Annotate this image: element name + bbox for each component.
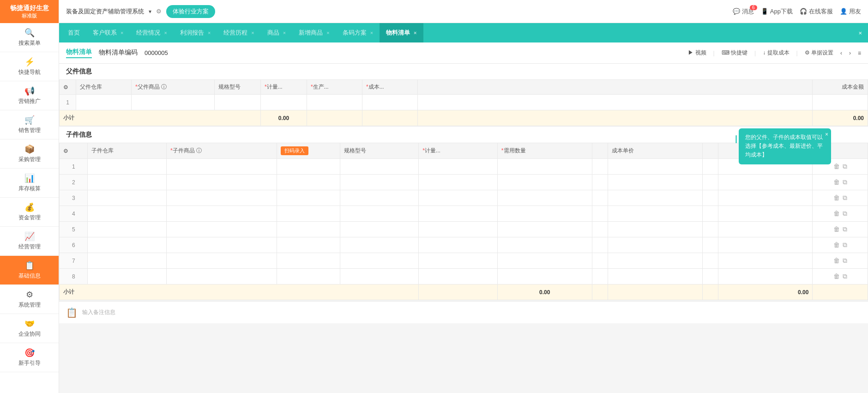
parent-warehouse-cell[interactable]	[76, 95, 132, 110]
system-dropdown-btn[interactable]: ▾	[149, 8, 151, 15]
doc-settings-action[interactable]: ⚙ 单据设置	[805, 49, 833, 57]
delete-icon[interactable]: 🗑	[833, 163, 840, 170]
parent-spec-cell[interactable]	[215, 95, 261, 110]
child-unit-cell[interactable]	[419, 175, 498, 190]
header-settings-icon[interactable]: ⚙	[156, 8, 162, 15]
sidebar-item-快捷导航[interactable]: ⚡快捷导航	[0, 52, 59, 81]
child-unit-cell[interactable]	[419, 159, 498, 175]
child-product-cell[interactable]	[167, 159, 277, 175]
nav-tab-商品[interactable]: 商品×	[261, 23, 292, 42]
child-product-cell[interactable]	[167, 175, 277, 190]
message-btn[interactable]: 💬 6 消息	[733, 7, 754, 16]
parent-col-settings[interactable]: ⚙	[60, 80, 76, 95]
child-spec-cell[interactable]	[340, 269, 419, 284]
child-qty-cell[interactable]	[497, 190, 592, 206]
copy-icon[interactable]: ⧉	[843, 163, 847, 170]
child-unit-cost-cell[interactable]	[608, 175, 702, 190]
child-spec-cell[interactable]	[340, 253, 419, 269]
child-unit-cell[interactable]	[419, 237, 498, 253]
nav-tab-利润报告[interactable]: 利润报告×	[174, 23, 217, 42]
child-warehouse-cell[interactable]	[88, 159, 167, 175]
parent-product-cell[interactable]	[132, 95, 215, 110]
nav-tabs-close-btn[interactable]: ×	[855, 30, 866, 36]
sidebar-item-销售管理[interactable]: 🛒销售管理	[0, 110, 59, 139]
child-unit-cell[interactable]	[419, 190, 498, 206]
child-product-cell[interactable]	[167, 222, 277, 237]
shortcut-action[interactable]: ⌨ 快捷键	[722, 49, 747, 57]
child-spec-cell[interactable]	[340, 175, 419, 190]
nav-tab-首页[interactable]: 首页	[61, 23, 86, 42]
nav-tab-close[interactable]: ×	[251, 30, 254, 36]
child-product-cell[interactable]	[167, 253, 277, 269]
scan-btn[interactable]: 扫码录入	[281, 146, 308, 155]
sidebar-item-企业协同[interactable]: 🤝企业协同	[0, 314, 59, 343]
copy-icon[interactable]: ⧉	[843, 257, 847, 265]
child-warehouse-cell[interactable]	[88, 175, 167, 190]
nav-tab-close[interactable]: ×	[164, 30, 167, 36]
child-spec-cell[interactable]	[340, 206, 419, 222]
child-qty-cell[interactable]	[497, 253, 592, 269]
delete-icon[interactable]: 🗑	[833, 225, 840, 233]
experience-btn[interactable]: 体验行业方案	[166, 5, 215, 18]
child-warehouse-cell[interactable]	[88, 269, 167, 284]
copy-icon[interactable]: ⧉	[843, 210, 847, 218]
child-unit-cell[interactable]	[419, 269, 498, 284]
delete-icon[interactable]: 🗑	[833, 272, 840, 280]
tooltip-close-btn[interactable]: ×	[825, 130, 828, 139]
child-unit-cost-cell[interactable]	[608, 253, 702, 269]
child-col-settings[interactable]: ⚙	[60, 143, 88, 159]
child-spec-cell[interactable]	[340, 190, 419, 206]
nav-tab-客户联系[interactable]: 客户联系×	[86, 23, 130, 42]
child-qty-cell[interactable]	[497, 206, 592, 222]
nav-tab-物料清单[interactable]: 物料清单×	[380, 23, 423, 42]
sidebar-item-营销推广[interactable]: 📢营销推广	[0, 81, 59, 110]
sidebar-item-采购管理[interactable]: 📦采购管理	[0, 139, 59, 169]
copy-icon[interactable]: ⧉	[843, 241, 847, 249]
nav-tab-close[interactable]: ×	[326, 30, 329, 36]
extract-cost-action[interactable]: ↓ 提取成本	[763, 49, 789, 57]
sidebar-item-经营管理[interactable]: 📈经营管理	[0, 227, 59, 256]
copy-icon[interactable]: ⧉	[843, 178, 847, 186]
child-unit-cell[interactable]	[419, 222, 498, 237]
child-qty-cell[interactable]	[497, 175, 592, 190]
sidebar-item-搜索菜单[interactable]: 🔍搜索菜单	[0, 23, 59, 52]
child-unit-cost-cell[interactable]	[608, 159, 702, 175]
copy-icon[interactable]: ⧉	[843, 272, 847, 280]
next-btn[interactable]: ›	[849, 50, 851, 56]
nav-tab-条码方案[interactable]: 条码方案×	[336, 23, 380, 42]
parent-unit-cell[interactable]	[261, 95, 307, 110]
child-spec-cell[interactable]	[340, 222, 419, 237]
child-unit-cost-cell[interactable]	[608, 206, 702, 222]
child-unit-cell[interactable]	[419, 253, 498, 269]
child-warehouse-cell[interactable]	[88, 206, 167, 222]
sidebar-item-资金管理[interactable]: 💰资金管理	[0, 198, 59, 227]
sub-tab-bom-code[interactable]: 物料清单编码	[99, 48, 138, 58]
nav-tab-经营情况[interactable]: 经营情况×	[130, 23, 173, 42]
delete-icon[interactable]: 🗑	[833, 241, 840, 249]
child-qty-cell[interactable]	[497, 159, 592, 175]
parent-cost-cell[interactable]	[362, 95, 418, 110]
sidebar-item-系统管理[interactable]: ⚙系统管理	[0, 285, 59, 314]
child-spec-cell[interactable]	[340, 159, 419, 175]
user-btn[interactable]: 👤 用友	[840, 7, 861, 16]
child-unit-cost-cell[interactable]	[608, 222, 702, 237]
sidebar-item-库存核算[interactable]: 📊库存核算	[0, 169, 59, 198]
child-product-cell[interactable]	[167, 206, 277, 222]
copy-icon[interactable]: ⧉	[843, 194, 847, 202]
sidebar-item-新手引导[interactable]: 🎯新手引导	[0, 343, 59, 372]
prev-btn[interactable]: ‹	[840, 50, 842, 56]
child-spec-cell[interactable]	[340, 237, 419, 253]
nav-tab-新增商品[interactable]: 新增商品×	[292, 23, 336, 42]
child-warehouse-cell[interactable]	[88, 190, 167, 206]
child-col-scan[interactable]: 扫码录入	[277, 143, 340, 159]
delete-icon[interactable]: 🗑	[833, 178, 840, 186]
child-qty-cell[interactable]	[497, 237, 592, 253]
nav-tab-close[interactable]: ×	[414, 30, 416, 36]
menu-icon-btn[interactable]: ≡	[858, 50, 861, 56]
child-warehouse-cell[interactable]	[88, 222, 167, 237]
delete-icon[interactable]: 🗑	[833, 210, 840, 218]
bottom-desc[interactable]: 输入备注信息	[82, 308, 115, 316]
online-service-btn[interactable]: 🎧 在线客服	[800, 7, 833, 16]
child-unit-cost-cell[interactable]	[608, 237, 702, 253]
sub-tab-bom[interactable]: 物料清单	[66, 48, 92, 58]
